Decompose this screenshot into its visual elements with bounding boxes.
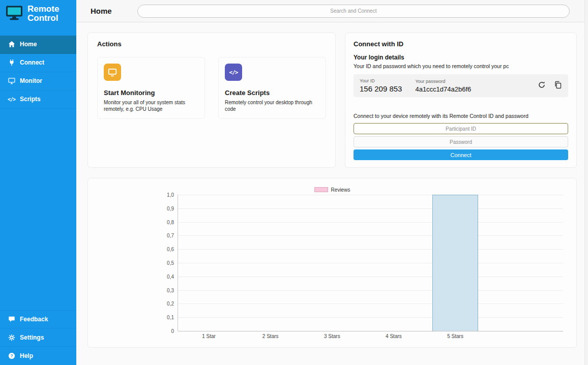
start-monitoring-tile[interactable]: Start Monitoring Monitor your all of you…	[97, 57, 205, 119]
app-title: Remote Control	[27, 5, 59, 23]
plug-icon	[8, 59, 15, 67]
y-tick-label: 0,2	[167, 301, 174, 307]
reviews-chart-card: Reviews 1,00,90,80,70,60,50,40,30,20,10 …	[87, 178, 577, 348]
bar-column	[363, 195, 424, 331]
y-tick-label: 0,4	[167, 273, 174, 279]
chart-x-axis: 1 Star2 Stars3 Stars4 Stars5 Stars	[178, 333, 486, 339]
main-area: Home Actions Start Monitoring	[76, 0, 588, 365]
tile-description: Monitor your all of your system stats re…	[104, 99, 198, 112]
your-id-value: 156 209 853	[360, 84, 402, 93]
login-details-caption: Your ID and password which you need to r…	[354, 63, 568, 69]
login-details-panel: Your ID 156 209 853 Your password 4a1ccc…	[354, 74, 568, 97]
legend-label: Reviews	[331, 187, 350, 193]
sidebar-item-scripts[interactable]: </> Scripts	[0, 90, 76, 109]
connect-caption: Connect to your device remotely with its…	[354, 113, 568, 119]
sidebar-item-help[interactable]: ? Help	[0, 347, 76, 365]
sidebar-bottom-nav: Feedback Settings ? Help	[0, 310, 76, 365]
sidebar-item-label: Feedback	[20, 316, 48, 323]
x-tick-label: 3 Stars	[301, 333, 363, 339]
chart-y-axis: 1,00,90,80,70,60,50,40,30,20,10	[158, 195, 178, 331]
your-id-field: Your ID 156 209 853	[360, 78, 402, 93]
create-scripts-tile[interactable]: </> Create Scripts Remotely control your…	[218, 57, 326, 119]
sidebar-item-monitor[interactable]: Monitor	[0, 72, 76, 90]
y-tick-label: 0,9	[167, 205, 174, 211]
topbar: Home	[76, 0, 588, 22]
sidebar-item-label: Scripts	[20, 96, 41, 103]
sidebar-item-connect[interactable]: Connect	[0, 54, 76, 72]
help-icon: ?	[8, 352, 15, 360]
svg-text:?: ?	[10, 353, 13, 358]
login-details-title: Your login details	[354, 54, 568, 61]
y-tick-label: 0,5	[167, 260, 174, 266]
y-tick-label: 0,3	[167, 287, 174, 293]
app-logo-icon	[5, 5, 23, 23]
bar-column	[178, 195, 240, 331]
bar-column	[240, 195, 301, 331]
sidebar: Remote Control Home Connect	[0, 0, 76, 365]
gear-icon	[8, 333, 15, 341]
your-id-label: Your ID	[360, 78, 402, 83]
password-input[interactable]	[354, 136, 568, 147]
home-icon	[8, 41, 15, 48]
feedback-icon	[8, 316, 15, 323]
your-password-field: Your password 4a1ccc1d74a2b6f6	[415, 79, 471, 93]
your-password-label: Your password	[415, 79, 471, 84]
x-tick-label: 1 Star	[178, 333, 240, 339]
bar-5-stars	[432, 195, 478, 331]
tile-description: Remotely control your desktop through co…	[225, 99, 319, 112]
refresh-icon[interactable]	[538, 81, 546, 91]
sidebar-item-label: Monitor	[20, 77, 42, 84]
y-tick-label: 0,1	[167, 315, 174, 320]
monitor-tile-icon	[104, 64, 121, 81]
x-tick-label: 5 Stars	[425, 333, 486, 339]
sidebar-item-settings[interactable]: Settings	[0, 328, 76, 347]
search-input[interactable]	[137, 5, 570, 18]
sidebar-item-label: Help	[20, 352, 33, 359]
sidebar-item-feedback[interactable]: Feedback	[0, 310, 76, 328]
page-title: Home	[91, 7, 112, 15]
app-logo: Remote Control	[0, 0, 76, 29]
x-tick-label: 2 Stars	[240, 333, 301, 339]
legend-swatch	[314, 187, 328, 192]
copy-icon[interactable]	[554, 81, 562, 91]
sidebar-item-label: Home	[20, 41, 37, 48]
monitor-icon	[8, 77, 15, 85]
chart-bars	[178, 195, 486, 331]
actions-card: Actions Start Monitoring Monitor your al…	[87, 33, 336, 168]
tile-title: Start Monitoring	[104, 89, 198, 97]
content: Actions Start Monitoring Monitor your al…	[76, 22, 588, 365]
y-tick-label: 1,0	[167, 192, 174, 198]
scrollbar-track[interactable]	[584, 0, 588, 365]
y-tick-label: 0,8	[167, 219, 174, 225]
bar-column	[301, 195, 363, 331]
y-tick-label: 0,6	[167, 247, 174, 252]
connect-button[interactable]: Connect	[354, 149, 568, 160]
participant-id-input[interactable]	[354, 123, 568, 134]
sidebar-item-label: Settings	[20, 334, 44, 341]
sidebar-nav: Home Connect Monitor </> Sc	[0, 36, 76, 109]
chart-plot-area: 1 Star2 Stars3 Stars4 Stars5 Stars	[178, 195, 563, 331]
sidebar-item-label: Connect	[20, 59, 44, 66]
code-tile-icon: </>	[225, 64, 242, 81]
your-password-value: 4a1ccc1d74a2b6f6	[415, 85, 471, 93]
y-tick-label: 0,7	[167, 233, 174, 238]
actions-title: Actions	[97, 40, 326, 48]
sidebar-item-home[interactable]: Home	[0, 36, 76, 54]
x-tick-label: 4 Stars	[363, 333, 424, 339]
connect-with-id-card: Connect with ID Your login details Your …	[345, 33, 577, 168]
connect-card-title: Connect with ID	[354, 40, 568, 48]
code-icon: </>	[8, 96, 15, 103]
bar-column	[425, 195, 486, 331]
gridline	[178, 331, 563, 331]
tile-title: Create Scripts	[225, 89, 319, 97]
y-tick-label: 0	[171, 328, 174, 334]
